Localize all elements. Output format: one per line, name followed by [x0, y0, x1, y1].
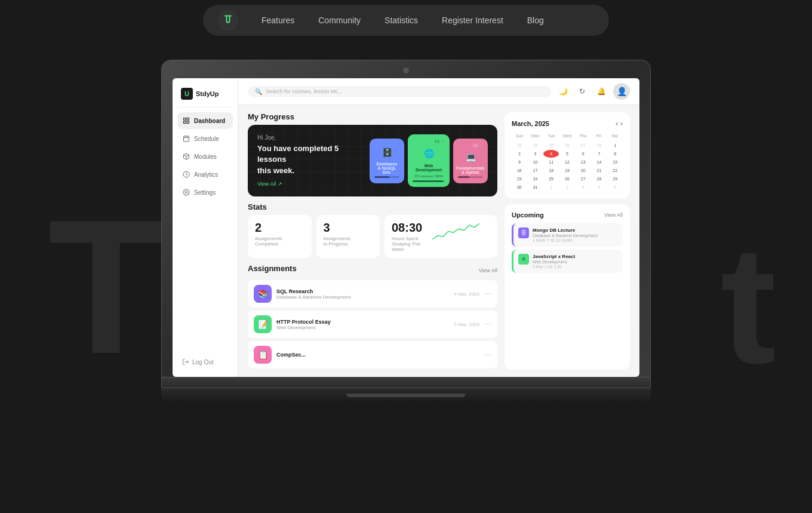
progress-section: My Progress Hi Joe, You have completed 5… — [248, 112, 497, 196]
cal-date[interactable]: 2 — [559, 183, 575, 191]
assignments-view-all[interactable]: View All — [479, 268, 497, 274]
cal-date[interactable]: 13 — [576, 158, 591, 166]
cal-date[interactable]: 30 — [512, 183, 527, 191]
svg-point-12 — [186, 192, 187, 193]
nav-item-statistics[interactable]: Statistics — [374, 12, 429, 29]
left-column: My Progress Hi Joe, You have completed 5… — [248, 112, 497, 370]
cal-date[interactable]: 5 — [607, 183, 623, 191]
cal-date[interactable]: 10 — [528, 158, 543, 166]
cal-date[interactable]: 19 — [559, 167, 575, 174]
cal-date[interactable]: 25 — [543, 142, 559, 149]
cal-date[interactable]: 8 — [607, 150, 623, 158]
upcoming-icon-1: 🗄 — [518, 228, 529, 238]
upcoming-view-all[interactable]: View All — [604, 212, 623, 218]
calendar-prev[interactable]: ‹ — [616, 119, 618, 128]
bell-icon[interactable]: 🔔 — [594, 84, 608, 99]
refresh-icon[interactable]: ↻ — [575, 84, 589, 99]
cal-date-today[interactable]: 4 — [543, 150, 559, 158]
cal-date[interactable]: 25 — [543, 175, 559, 183]
hero-view-all[interactable]: View All ↗ — [257, 181, 370, 187]
assignment-menu-3[interactable]: ⋯ — [484, 351, 491, 359]
cal-date[interactable]: 23 — [512, 175, 527, 183]
stats-label-progress: AssignmentsIn Progress — [324, 236, 373, 247]
sidebar-item-dashboard[interactable]: Dashboard — [177, 112, 233, 129]
hero-cards-row: 🗄️ Databases& NoSQL Dev. 01 ⋯ 🌐 — [370, 134, 488, 187]
cal-date[interactable]: 29 — [607, 175, 623, 183]
cal-date[interactable]: 14 — [592, 158, 607, 166]
cal-date[interactable]: 3 — [528, 150, 543, 158]
calendar-next[interactable]: › — [620, 119, 623, 128]
calendar-dates: 23 24 25 26 27 28 1 2 — [512, 142, 623, 191]
cal-date[interactable]: 17 — [528, 167, 543, 174]
nav-item-blog[interactable]: Blog — [516, 12, 555, 29]
cal-date[interactable]: 26 — [559, 175, 575, 183]
cal-date[interactable]: 27 — [576, 175, 591, 183]
sidebar-item-settings[interactable]: Settings — [177, 184, 233, 201]
mini-card-3-label: Fundamentals& Syntax — [456, 166, 484, 174]
mini-card-1-label: Databases& NoSQL Dev. — [374, 162, 399, 174]
cal-date[interactable]: 7 — [592, 150, 607, 158]
cal-date[interactable]: 4 — [592, 183, 607, 191]
cal-date[interactable]: 12 — [559, 158, 575, 166]
assignments-title: Assignments — [248, 264, 297, 273]
cal-date[interactable]: 2 — [512, 150, 527, 158]
cal-date[interactable]: 31 — [528, 183, 543, 191]
cal-date[interactable]: 15 — [607, 158, 623, 166]
laptop-notch — [403, 67, 409, 73]
cal-date[interactable]: 28 — [592, 142, 607, 149]
cal-date[interactable]: 5 — [559, 150, 575, 158]
nav-item-features[interactable]: Features — [251, 12, 305, 29]
cal-date[interactable]: 9 — [512, 158, 527, 166]
upcoming-event-sub-2: Web Development — [533, 260, 618, 264]
cal-date[interactable]: 1 — [543, 183, 559, 191]
user-avatar[interactable]: 👤 — [613, 83, 630, 100]
cal-date[interactable]: 6 — [576, 150, 591, 158]
nav-logo[interactable] — [217, 10, 239, 31]
upcoming-header: Upcoming View All — [512, 211, 623, 219]
laptop-base — [161, 377, 651, 388]
cal-date[interactable]: 16 — [512, 167, 527, 174]
stats-section: Stats 2 AssignmentsCompleted 3 — [248, 202, 497, 258]
moon-icon[interactable]: 🌙 — [556, 84, 570, 99]
hero-greeting: Hi Joe, — [257, 134, 370, 141]
search-placeholder: Search for courses, lesson etc... — [266, 88, 343, 94]
assignment-sub-1: Database & Backend Development — [276, 294, 450, 300]
sidebar-item-schedule[interactable]: Schedule — [177, 130, 233, 147]
cal-date[interactable]: 21 — [592, 167, 607, 174]
cal-date[interactable]: 11 — [543, 158, 559, 166]
cal-date[interactable]: 18 — [543, 167, 559, 174]
cal-date[interactable]: 27 — [576, 142, 591, 149]
day-fri: Fri — [591, 133, 607, 139]
cal-date[interactable]: 28 — [592, 175, 607, 183]
logout-button[interactable]: Log Out — [177, 354, 233, 370]
stats-title: Stats — [248, 202, 497, 211]
cal-date[interactable]: 24 — [528, 175, 543, 183]
nav-item-register[interactable]: Register Interest — [431, 12, 514, 29]
sidebar-item-analytics[interactable]: Analytics — [177, 166, 233, 183]
cal-date[interactable]: 3 — [576, 183, 591, 191]
assignment-menu-2[interactable]: ⋯ — [484, 320, 491, 328]
cal-date[interactable]: 26 — [559, 142, 575, 149]
hero-message: You have completed 5 lessonsthis week. — [257, 143, 370, 176]
sidebar-item-modules[interactable]: Modules — [177, 148, 233, 165]
assignment-title-1: SQL Research — [276, 288, 450, 294]
assignment-menu-1[interactable]: ⋯ — [484, 290, 491, 298]
day-sun: Sun — [512, 133, 528, 139]
nav-item-community[interactable]: Community — [307, 12, 371, 29]
cal-date[interactable]: 24 — [528, 142, 543, 149]
svg-rect-1 — [187, 118, 189, 121]
assignments-section: Assignments View All 📚 SQL Research Data… — [248, 264, 497, 370]
cal-date[interactable]: 1 — [607, 142, 623, 149]
assignment-icon-3: 📋 — [254, 346, 272, 364]
main-content: 🔍 Search for courses, lesson etc... 🌙 ↻ … — [238, 78, 639, 377]
modules-label: Modules — [194, 153, 217, 160]
cal-date[interactable]: 20 — [576, 167, 591, 174]
cal-date[interactable]: 22 — [607, 167, 623, 174]
cal-date[interactable]: 23 — [512, 142, 527, 149]
mini-card-2-lessons: 15 Lessons | 95% — [414, 174, 443, 178]
search-bar[interactable]: 🔍 Search for courses, lesson etc... — [248, 86, 551, 97]
day-thu: Thu — [575, 133, 591, 139]
svg-rect-3 — [184, 121, 186, 124]
mini-card-2-icon: 🌐 — [422, 146, 436, 161]
assignment-sub-2: Web Development — [276, 325, 450, 330]
